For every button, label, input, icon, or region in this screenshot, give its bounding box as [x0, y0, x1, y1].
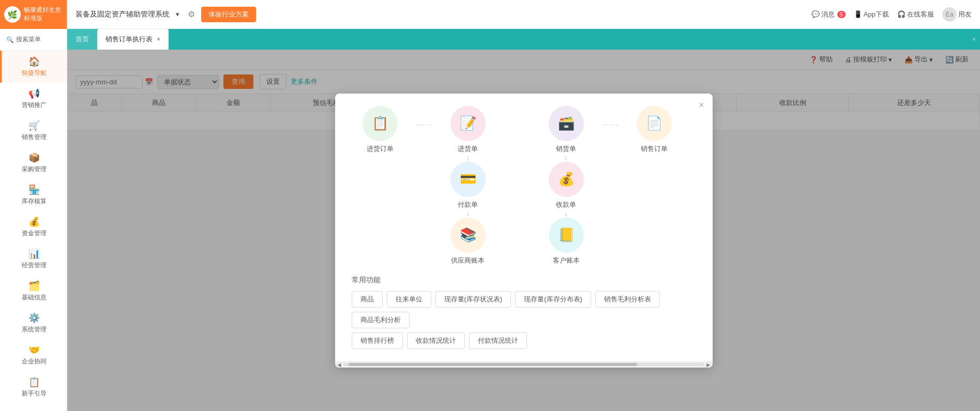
- sales-bill-label: 销货单: [556, 144, 576, 154]
- system-title: 装备及固定资产辅助管理系统: [76, 10, 170, 19]
- message-button[interactable]: 💬 消息 5: [811, 10, 846, 19]
- chevron-down-icon: ▾: [176, 10, 179, 18]
- cart-icon: 🛒: [28, 120, 40, 131]
- modal-overlay[interactable]: × 📋 进货订单 - -: [67, 50, 980, 411]
- chart-icon: 📊: [28, 248, 40, 260]
- sales-bill-circle: 🗃️: [549, 106, 584, 141]
- col-purchase-bill-down: ↓ 💳 付款单 ↓ 📚: [440, 154, 496, 265]
- func-btn-contacts[interactable]: 往来单位: [387, 291, 431, 308]
- headset-icon: 🎧: [897, 10, 906, 18]
- sidebar-item-inventory[interactable]: 🏪 库存核算: [0, 179, 67, 211]
- sidebar-search-area: 🔍 搜索菜单: [0, 29, 67, 51]
- arrow-sales-order-to-bill: ← - - -: [595, 120, 626, 128]
- scroll-right-icon[interactable]: ▶: [706, 362, 711, 368]
- flow-node-supplier-ledger[interactable]: 📚 供应商账本: [440, 218, 496, 265]
- func-btn-stock-status[interactable]: 现存量(库存状况表): [435, 291, 511, 308]
- sidebar-item-sales[interactable]: 🛒 销售管理: [0, 115, 67, 147]
- common-functions-section: 常用功能 商品 往来单位 现存量(库存状况表) 现存量(库存分布表) 销售毛利分…: [352, 276, 696, 349]
- func-btn-receipt-stats[interactable]: 收款情况统计: [407, 332, 465, 349]
- common-functions-title: 常用功能: [352, 276, 696, 285]
- sidebar-item-newbie[interactable]: 📋 新手引导: [0, 371, 67, 403]
- flow-node-sales-order[interactable]: 📄 销售订单: [626, 106, 683, 154]
- user-profile-button[interactable]: Ea 用友: [942, 7, 972, 22]
- sales-order-label: 销售订单: [641, 144, 668, 154]
- arrow-down-sales-bill: ↓: [564, 154, 568, 162]
- flow-node-purchase-order[interactable]: 📋 进货订单: [352, 106, 409, 154]
- payment-bill-label: 付款单: [458, 200, 478, 209]
- topbar-right: 💬 消息 5 📱 App下载 🎧 在线客服 Ea 用友: [811, 7, 972, 22]
- arrow-down-payment: ↓: [466, 209, 470, 218]
- settings-gear-icon[interactable]: ⚙: [188, 9, 195, 19]
- logo-text: 畅康通好生意 标准版: [24, 6, 61, 22]
- clipboard-icon: 📋: [28, 376, 40, 388]
- flow-node-sales-bill[interactable]: 🗃️ 销货单: [538, 106, 595, 154]
- tab-home[interactable]: 首页: [67, 29, 97, 50]
- modal-scrollbar: ◀ ▶: [335, 361, 713, 368]
- purchase-order-label: 进货订单: [367, 144, 394, 154]
- sidebar-item-quick-nav[interactable]: 🏠 快捷导航: [0, 51, 67, 83]
- main-area: 装备及固定资产辅助管理系统 ▾ ⚙ 体验行业方案 💬 消息 5 📱 App下载 …: [67, 0, 980, 411]
- scrollbar-thumb: [349, 363, 637, 366]
- arrow-purchase-to-bill: - - - →: [409, 120, 440, 128]
- sidebar-item-base-info[interactable]: 🗂️ 基础信息: [0, 275, 67, 307]
- message-badge: 5: [837, 11, 846, 18]
- func-btn-payment-stats[interactable]: 付款情况统计: [469, 332, 527, 349]
- search-icon: 🔍: [6, 36, 14, 43]
- func-btn-goods-profit[interactable]: 商品毛利分析: [352, 312, 410, 328]
- megaphone-icon: 📢: [28, 88, 40, 99]
- supplier-ledger-circle: 📚: [450, 218, 486, 253]
- scroll-left-icon[interactable]: ◀: [337, 362, 341, 368]
- tab-close-icon[interactable]: ×: [157, 36, 160, 43]
- tab-bar-close-icon[interactable]: ×: [972, 36, 976, 43]
- modal-close-button[interactable]: ×: [699, 100, 704, 111]
- modal-body: 📋 进货订单 - - - → 📝 进货单: [335, 94, 713, 361]
- sidebar-item-operations[interactable]: 📊 经营管理: [0, 243, 67, 275]
- message-icon: 💬: [811, 10, 820, 18]
- handshake-icon: 🤝: [28, 344, 40, 356]
- sidebar-nav: 🏠 快捷导航 📢 营销推广 🛒 销售管理 📦 采购管理 🏪 库存核算 💰: [0, 51, 67, 411]
- store-icon: 🏪: [28, 184, 40, 195]
- sidebar-item-enterprise[interactable]: 🤝 企业协同: [0, 339, 67, 371]
- tabbar: 首页 销售订单执行表 × ×: [67, 29, 980, 50]
- supplier-ledger-label: 供应商账本: [451, 256, 485, 265]
- func-btn-goods[interactable]: 商品: [352, 291, 383, 308]
- customer-ledger-circle: 📒: [549, 218, 584, 253]
- purchase-bill-circle: 📝: [450, 106, 486, 141]
- flow-node-receipt-bill[interactable]: 💰 收款单: [538, 162, 595, 209]
- gear-icon: ⚙️: [28, 312, 40, 324]
- sidebar-item-system[interactable]: ⚙️ 系统管理: [0, 307, 67, 339]
- sidebar-item-marketing[interactable]: 📢 营销推广: [0, 83, 67, 115]
- func-btn-sales-rank[interactable]: 销售排行榜: [352, 332, 403, 349]
- flow-node-payment-bill[interactable]: 💳 付款单: [440, 162, 496, 209]
- trial-button[interactable]: 体验行业方案: [201, 7, 256, 22]
- receipt-bill-label: 收款单: [556, 200, 576, 209]
- modal-dialog: × 📋 进货订单 - -: [335, 94, 713, 368]
- sidebar-item-finance[interactable]: 💰 资金管理: [0, 211, 67, 243]
- box-icon: 📦: [28, 152, 40, 163]
- sidebar-logo: 🌿 畅康通好生意 标准版: [0, 0, 67, 29]
- system-dropdown[interactable]: ▾: [176, 10, 179, 18]
- scrollbar-track: [343, 363, 704, 366]
- app-download-button[interactable]: 📱 App下载: [854, 10, 889, 19]
- arrow-down-receipt: ↓: [564, 209, 568, 218]
- sales-order-circle: 📄: [637, 106, 672, 141]
- flow-node-purchase-bill[interactable]: 📝 进货单: [440, 106, 496, 154]
- receipt-bill-circle: 💰: [549, 162, 584, 197]
- search-menu-button[interactable]: 🔍 搜索菜单: [4, 33, 63, 46]
- download-icon: 📱: [854, 10, 862, 18]
- content-area: ❓ 帮助 🖨 按模板打印 ▾ 📤 导出 ▾ 🔄: [67, 50, 980, 411]
- func-buttons-row2: 销售排行榜 收款情况统计 付款情况统计: [352, 332, 696, 349]
- home-icon: 🏠: [28, 56, 40, 67]
- online-service-button[interactable]: 🎧 在线客服: [897, 10, 934, 19]
- flow-node-customer-ledger[interactable]: 📒 客户账本: [538, 218, 595, 265]
- func-btn-sales-profit[interactable]: 销售毛利分析表: [595, 291, 660, 308]
- topbar: 装备及固定资产辅助管理系统 ▾ ⚙ 体验行业方案 💬 消息 5 📱 App下载 …: [67, 0, 980, 29]
- logo-icon: 🌿: [4, 6, 21, 23]
- purchase-bill-label: 进货单: [458, 144, 478, 154]
- customer-ledger-label: 客户账本: [553, 256, 580, 265]
- func-btn-stock-dist[interactable]: 现存量(库存分布表): [515, 291, 591, 308]
- money-icon: 💰: [28, 216, 40, 227]
- tab-sales-order[interactable]: 销售订单执行表 ×: [97, 29, 169, 50]
- sidebar-item-purchase[interactable]: 📦 采购管理: [0, 147, 67, 179]
- func-buttons-row1: 商品 往来单位 现存量(库存状况表) 现存量(库存分布表) 销售毛利分析表 商品…: [352, 291, 696, 328]
